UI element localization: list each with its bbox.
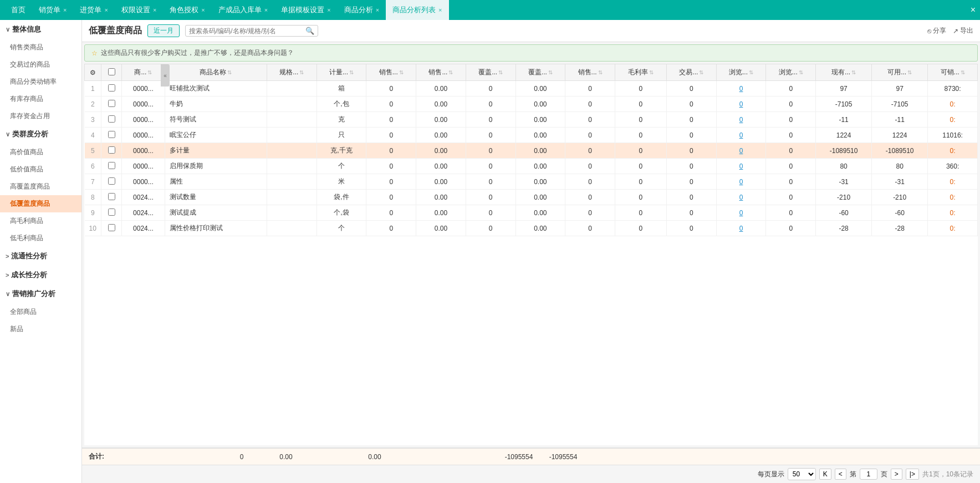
row-browse1[interactable]: 0	[716, 128, 766, 143]
nav-item-roles[interactable]: 角色授权 ×	[163, 0, 211, 20]
checkbox-col-header[interactable]	[101, 64, 122, 81]
settings-col-header[interactable]: ⚙	[85, 64, 101, 81]
sidebar-section-marketing[interactable]: ∨ 营销推广分析	[0, 284, 81, 303]
row-checkbox[interactable]	[101, 190, 122, 205]
sidebar-section-growth[interactable]: > 成长性分析	[0, 266, 81, 284]
last-page-button[interactable]: |>	[906, 469, 919, 480]
select-all-checkbox[interactable]	[108, 68, 115, 75]
page-size-select[interactable]: 50 100 200	[788, 468, 816, 480]
sidebar-item-sales-goods[interactable]: 销售类商品	[0, 39, 81, 56]
close-icon[interactable]: ×	[104, 7, 108, 13]
sidebar-item-stock-goods[interactable]: 有库存商品	[0, 90, 81, 108]
row-browse1[interactable]: 0	[716, 143, 766, 159]
col-name[interactable]: 商品名称⇅	[165, 64, 267, 81]
row-browse1[interactable]: 0	[716, 81, 766, 96]
sidebar-section-group[interactable]: ∨ 类群度分析	[0, 125, 81, 144]
first-page-button[interactable]: K	[819, 469, 831, 480]
share-button[interactable]: ⎋ 分享	[927, 26, 946, 35]
sidebar-item-high-margin[interactable]: 高毛利商品	[0, 212, 81, 230]
row-browse1[interactable]: 0	[716, 221, 766, 236]
sidebar-item-stock-capital[interactable]: 库存资金占用	[0, 108, 81, 125]
row-browse1[interactable]: 0	[716, 112, 766, 128]
data-table-container[interactable]: ⚙ 商...⇅ 商品名称⇅ 规格...⇅ 计量...⇅ 销售...⇅ 销售...…	[84, 64, 978, 445]
sidebar-section-overall[interactable]: ∨ 整体信息	[0, 20, 81, 39]
col-browse1[interactable]: 浏览...⇅	[716, 64, 766, 81]
export-button[interactable]: ↗ 导出	[953, 26, 973, 35]
sidebar-item-low-value[interactable]: 低价值商品	[0, 161, 81, 178]
row-browse1[interactable]: 0	[716, 190, 766, 205]
nav-item-sales[interactable]: 销货单 ×	[32, 0, 73, 20]
nav-item-analysis[interactable]: 商品分析 ×	[338, 0, 386, 20]
close-icon[interactable]: ×	[153, 7, 156, 13]
sidebar-item-new-goods[interactable]: 新品	[0, 321, 81, 338]
row-browse1[interactable]: 0	[716, 159, 766, 174]
close-icon[interactable]: ×	[438, 7, 442, 13]
col-trade[interactable]: 交易...⇅	[666, 64, 716, 81]
col-margin[interactable]: 毛利率⇅	[615, 64, 666, 81]
nav-item-products[interactable]: 产成品入库单 ×	[212, 0, 274, 20]
close-icon[interactable]: ×	[201, 7, 205, 13]
col-spec[interactable]: 规格...⇅	[267, 64, 317, 81]
page-number-input[interactable]	[860, 469, 877, 480]
row-select-checkbox[interactable]	[108, 115, 115, 123]
col-sales3[interactable]: 销售...⇅	[565, 64, 615, 81]
row-select-checkbox[interactable]	[108, 177, 115, 185]
col-unit[interactable]: 计量...⇅	[317, 64, 366, 81]
row-checkbox[interactable]	[101, 81, 122, 96]
sidebar-item-traded-goods[interactable]: 交易过的商品	[0, 56, 81, 73]
row-browse1[interactable]: 0	[716, 96, 766, 112]
close-icon[interactable]: ×	[376, 7, 379, 13]
sidebar-section-liquidity[interactable]: > 流通性分析	[0, 247, 81, 266]
row-select-checkbox[interactable]	[108, 209, 115, 216]
row-select-checkbox[interactable]	[108, 162, 115, 169]
row-checkbox[interactable]	[101, 221, 122, 236]
row-checkbox[interactable]	[101, 143, 122, 159]
sidebar-item-low-coverage[interactable]: 低覆盖度商品	[0, 195, 81, 212]
sidebar-collapse-button[interactable]: «	[161, 64, 170, 87]
col-sales-amt[interactable]: 销售...⇅	[416, 64, 466, 81]
row-select-checkbox[interactable]	[108, 193, 115, 200]
row-select-checkbox[interactable]	[108, 131, 115, 138]
col-code[interactable]: 商...⇅	[122, 64, 165, 81]
nav-item-purchase[interactable]: 进货单 ×	[73, 0, 114, 20]
row-browse2: 0	[766, 81, 816, 96]
close-icon[interactable]: ×	[327, 7, 330, 13]
prev-page-button[interactable]: <	[835, 469, 846, 480]
col-cover2[interactable]: 覆盖...⇅	[515, 64, 565, 81]
col-available[interactable]: 可用...⇅	[872, 64, 928, 81]
nav-item-permissions[interactable]: 权限设置 ×	[115, 0, 163, 20]
sort-icon: ⇅	[349, 69, 354, 75]
row-checkbox[interactable]	[101, 174, 122, 190]
row-select-checkbox[interactable]	[108, 146, 115, 154]
col-browse2[interactable]: 浏览...⇅	[766, 64, 816, 81]
sidebar-item-high-coverage[interactable]: 高覆盖度商品	[0, 178, 81, 195]
nav-close-all-button[interactable]: ×	[971, 5, 976, 15]
row-browse1[interactable]: 0	[716, 205, 766, 221]
row-select-checkbox[interactable]	[108, 100, 115, 107]
row-select-checkbox[interactable]	[108, 84, 115, 91]
sidebar-item-all-goods[interactable]: 全部商品	[0, 303, 81, 321]
nav-item-templates[interactable]: 单据模板设置 ×	[274, 0, 337, 20]
close-icon[interactable]: ×	[264, 7, 268, 13]
col-saleable[interactable]: 可销...⇅	[928, 64, 978, 81]
row-checkbox[interactable]	[101, 96, 122, 112]
row-checkbox[interactable]	[101, 159, 122, 174]
nav-item-analysis-list[interactable]: 商品分析列表 ×	[386, 0, 448, 20]
close-icon[interactable]: ×	[63, 7, 67, 13]
next-page-button[interactable]: >	[891, 469, 902, 480]
sidebar-item-category-rate[interactable]: 商品分类动销率	[0, 73, 81, 90]
search-input[interactable]	[189, 27, 305, 35]
row-checkbox[interactable]	[101, 128, 122, 143]
row-checkbox[interactable]	[101, 112, 122, 128]
sidebar-item-high-value[interactable]: 高价值商品	[0, 144, 81, 161]
content-header: 低覆盖度商品 近一月 🔍 ⎋ 分享 ↗ 导出	[82, 20, 980, 42]
sidebar-item-low-margin[interactable]: 低毛利商品	[0, 230, 81, 247]
col-cover1[interactable]: 覆盖...⇅	[466, 64, 515, 81]
col-sales-qty[interactable]: 销售...⇅	[366, 64, 416, 81]
period-button[interactable]: 近一月	[147, 24, 180, 37]
row-select-checkbox[interactable]	[108, 224, 115, 231]
row-browse1[interactable]: 0	[716, 174, 766, 190]
col-current[interactable]: 现有...⇅	[816, 64, 872, 81]
row-checkbox[interactable]	[101, 205, 122, 221]
nav-item-home[interactable]: 首页	[4, 0, 32, 20]
